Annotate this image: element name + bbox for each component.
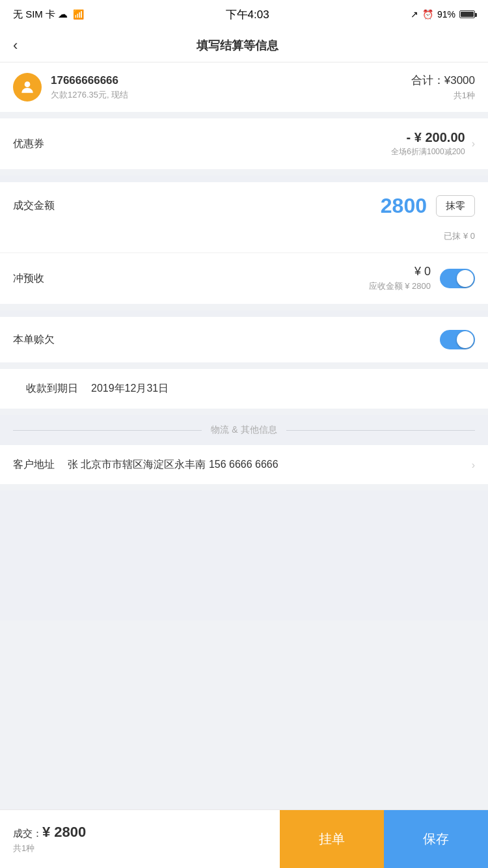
status-time: 下午4:03 [226,7,269,22]
chevron-icon: › [472,138,475,150]
prepay-row: 冲预收 ¥ 0 应收金额 ¥ 2800 [0,252,488,304]
customer-sub: 欠款1276.35元, 现结 [51,89,128,101]
address-label: 客户地址 [13,457,55,472]
debt-section: 本单赊欠 [0,317,488,362]
divider-line-left [13,430,202,431]
clock-icon: ⏰ [422,9,433,20]
prepay-amount: ¥ 0 [369,265,431,278]
total-sub: 共1种 [411,90,475,102]
sim-label: 无 SIM 卡 ☁ [13,8,68,21]
customer-left: 17666666666 欠款1276.35元, 现结 [13,73,128,102]
coupon-amount-block: - ¥ 200.00 全场6折满1000减200 [391,130,465,157]
svg-point-0 [25,81,31,87]
due-section: 收款到期日2019年12月31日 [0,369,488,409]
bottom-bar: 成交：¥ 2800 共1种 挂单 保存 [0,809,488,868]
hold-button[interactable]: 挂单 [280,810,384,869]
separator-1 [0,176,488,182]
battery-icon [459,10,475,18]
coupon-amount: - ¥ 200.00 [391,130,465,145]
customer-phone: 17666666666 [51,74,128,87]
amount-label: 成交金额 [13,199,55,213]
content: 17666666666 欠款1276.35元, 现结 合计：¥3000 共1种 … [0,62,488,686]
logistics-divider: 物流 & 其他信息 [0,415,488,445]
prepay-right: ¥ 0 应收金额 ¥ 2800 [369,265,475,292]
prepay-vals: ¥ 0 应收金额 ¥ 2800 [369,265,431,292]
customer-right: 合计：¥3000 共1种 [411,73,475,102]
back-button[interactable]: ‹ [13,32,25,59]
amount-sub: 已抹 ¥ 0 [444,231,475,241]
coupon-section[interactable]: 优惠券 - ¥ 200.00 全场6折满1000减200 › [0,118,488,169]
amount-row: 成交金额 2800 抹零 [0,182,488,230]
nav-bar: ‹ 填写结算等信息 [0,29,488,62]
customer-row: 17666666666 欠款1276.35元, 现结 合计：¥3000 共1种 [0,62,488,112]
address-chevron-icon: › [472,457,475,471]
save-button[interactable]: 保存 [384,810,488,869]
amount-section: 成交金额 2800 抹零 已抹 ¥ 0 冲预收 ¥ 0 应收金额 ¥ 2800 [0,182,488,304]
separator-2 [0,310,488,317]
location-icon: ↗ [411,9,418,20]
address-section[interactable]: 客户地址 张 北京市市辖区海淀区永丰南 156 6666 6666 › [0,445,488,484]
prepay-toggle[interactable] [440,269,475,288]
bottom-deal: 成交：¥ 2800 [13,824,267,841]
status-bar: 无 SIM 卡 ☁ 📶 下午4:03 ↗ ⏰ 91% [0,0,488,29]
debt-label: 本单赊欠 [13,333,55,347]
bottom-info: 成交：¥ 2800 共1种 [0,824,280,854]
toggle-knob [457,270,474,287]
divider-line-right [286,430,475,431]
coupon-row[interactable]: 优惠券 - ¥ 200.00 全场6折满1000减200 › [0,118,488,169]
debt-toggle[interactable] [440,330,475,349]
page-title: 填写结算等信息 [25,38,449,53]
round-button[interactable]: 抹零 [436,195,475,217]
debt-toggle-knob [457,331,474,348]
amount-right: 2800 抹零 [381,194,475,218]
coupon-label: 优惠券 [13,137,44,151]
coupon-sub: 全场6折满1000减200 [391,146,465,157]
amount-value: 2800 [381,194,427,218]
coupon-right: - ¥ 200.00 全场6折满1000减200 › [391,130,475,157]
divider-text: 物流 & 其他信息 [211,424,277,436]
total-amount: 合计：¥3000 [411,73,475,88]
due-label: 收款到期日2019年12月31日 [13,383,169,394]
prepay-label: 冲预收 [13,272,44,286]
deal-prefix: 成交： [13,828,42,839]
bottom-count: 共1种 [13,843,267,854]
deal-amount: ¥ 2800 [42,824,86,840]
battery-label: 91% [437,9,455,20]
status-right: ↗ ⏰ 91% [411,9,475,20]
wifi-icon: 📶 [73,9,84,20]
gray-background [0,491,488,621]
address-content: 张 北京市市辖区海淀区永丰南 156 6666 6666 [68,457,459,472]
avatar [13,73,42,102]
prepay-sub: 应收金额 ¥ 2800 [369,280,431,292]
status-left: 无 SIM 卡 ☁ 📶 [13,8,84,21]
customer-info: 17666666666 欠款1276.35元, 现结 [51,74,128,101]
